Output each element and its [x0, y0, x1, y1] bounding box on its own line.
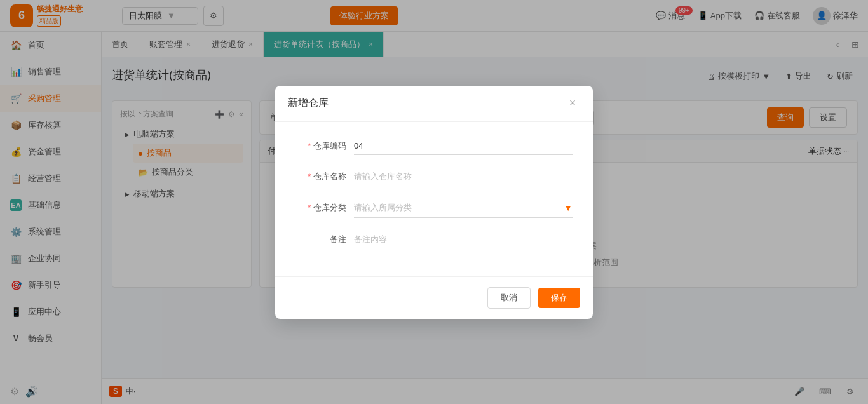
save-button[interactable]: 保存 — [538, 288, 580, 308]
category-label: 仓库分类 — [295, 202, 346, 213]
remark-input[interactable] — [354, 231, 573, 248]
modal-overlay[interactable]: 新增仓库 × 仓库编码 仓库名称 仓库分类 请输入所属分类 ▼ 备注 — [0, 0, 868, 404]
code-label: 仓库编码 — [295, 140, 346, 152]
modal-footer: 取消 保存 — [275, 276, 593, 319]
modal-close-button[interactable]: × — [565, 96, 580, 111]
category-placeholder: 请输入所属分类 — [354, 202, 564, 213]
modal-body: 仓库编码 仓库名称 仓库分类 请输入所属分类 ▼ 备注 — [275, 122, 593, 276]
form-row-category: 仓库分类 请输入所属分类 ▼ — [295, 198, 573, 218]
category-select[interactable]: 请输入所属分类 ▼ — [354, 198, 573, 218]
remark-label: 备注 — [295, 234, 346, 245]
form-row-remark: 备注 — [295, 231, 573, 248]
name-input[interactable] — [354, 168, 573, 185]
form-row-code: 仓库编码 — [295, 137, 573, 155]
new-warehouse-modal: 新增仓库 × 仓库编码 仓库名称 仓库分类 请输入所属分类 ▼ 备注 — [275, 86, 593, 319]
modal-header: 新增仓库 × — [275, 86, 593, 122]
category-chevron-icon: ▼ — [564, 203, 573, 213]
name-label: 仓库名称 — [295, 171, 346, 182]
code-input[interactable] — [354, 137, 573, 155]
cancel-button[interactable]: 取消 — [487, 287, 531, 309]
modal-title: 新增仓库 — [288, 97, 329, 110]
form-row-name: 仓库名称 — [295, 168, 573, 185]
